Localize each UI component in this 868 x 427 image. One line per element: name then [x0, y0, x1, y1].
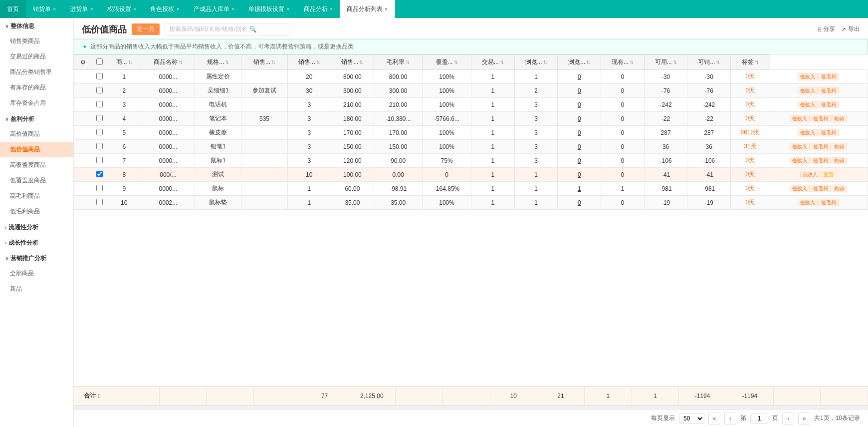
row-checkbox[interactable] — [96, 129, 103, 135]
sidebar-item-high-value[interactable]: 高价值商品 — [0, 126, 73, 142]
sidebar-item-stock-goods[interactable]: 有库存的商品 — [0, 80, 73, 95]
select-all-checkbox[interactable] — [96, 58, 103, 65]
cell-checkbox[interactable] — [92, 154, 107, 168]
sort-icon[interactable]: ⇅ — [225, 59, 229, 65]
sidebar-item-traded-goods[interactable]: 交易过的商品 — [0, 49, 73, 64]
sidebar-group-profit[interactable]: ∨ 盈利分析 — [0, 111, 73, 126]
sort-icon[interactable]: ⇅ — [179, 59, 183, 65]
nav-close-icon[interactable]: × — [286, 6, 289, 12]
browse-link[interactable]: 0 — [578, 101, 581, 108]
sort-icon[interactable]: ⇅ — [630, 59, 634, 65]
sort-icon[interactable]: ⇅ — [500, 59, 504, 65]
nav-finished-goods[interactable]: 产成品入库单 × — [187, 0, 241, 18]
sort-icon[interactable]: ⇅ — [406, 59, 410, 65]
sort-icon[interactable]: ⇅ — [755, 59, 759, 65]
row-checkbox[interactable] — [96, 73, 103, 79]
nav-product-analysis[interactable]: 商品分析 × — [297, 0, 340, 18]
nav-product-analysis-list[interactable]: 商品分析列表 × — [340, 0, 395, 18]
sidebar-item-low-coverage[interactable]: 低覆盖度商品 — [0, 173, 73, 188]
cell-checkbox[interactable] — [92, 196, 107, 210]
sort-icon[interactable]: ⇅ — [716, 59, 720, 65]
page-number-input[interactable] — [750, 414, 768, 424]
browse-link[interactable]: 0 — [578, 129, 581, 136]
export-button[interactable]: ↗ 导出 — [841, 25, 860, 33]
browse-link[interactable]: 0 — [578, 143, 581, 150]
browse-link[interactable]: 0 — [578, 199, 581, 206]
nav-close-icon[interactable]: × — [176, 6, 179, 12]
per-page-select[interactable]: 50 100 200 — [679, 413, 704, 424]
table-container[interactable]: ⚙ 商...⇅ 商品名称⇅ 规格...⇅ 销售...⇅ 销售...⇅ 销售...… — [74, 54, 868, 386]
cell-sales-qty: 3 — [287, 112, 331, 126]
nav-sales-order[interactable]: 销货单 × — [26, 0, 63, 18]
col-trade: 交易...⇅ — [471, 55, 515, 70]
table-row: 9 0000... 鼠标 1 60.00 -98.91 -164.85% 1 1… — [74, 182, 868, 196]
sidebar-item-low-value[interactable]: 低价值商品 — [0, 142, 73, 157]
cell-checkbox[interactable] — [92, 168, 107, 182]
row-checkbox[interactable] — [96, 157, 103, 163]
sidebar-item-low-margin[interactable]: 低毛利商品 — [0, 204, 73, 219]
sidebar-group-circulation[interactable]: › 流通性分析 — [0, 219, 73, 235]
sidebar-item-all-goods[interactable]: 全部商品 — [0, 266, 73, 281]
sort-icon[interactable]: ⇅ — [454, 59, 458, 65]
last-page-button[interactable]: » — [798, 413, 810, 425]
header-actions: ⎘ 分享 ↗ 导出 — [818, 25, 860, 33]
sort-icon[interactable]: ⇅ — [128, 59, 132, 65]
cell-name: 铅笔1 — [195, 140, 241, 154]
row-checkbox[interactable] — [96, 199, 103, 205]
sort-icon[interactable]: ⇅ — [586, 59, 590, 65]
nav-close-icon[interactable]: × — [90, 6, 93, 12]
nav-close-icon[interactable]: × — [330, 6, 333, 12]
search-icon[interactable]: 🔍 — [249, 26, 257, 33]
nav-close-icon[interactable]: × — [133, 6, 136, 12]
row-checkbox[interactable] — [96, 87, 103, 93]
nav-role-auth[interactable]: 角色授权 × — [143, 0, 186, 18]
nav-close-icon[interactable]: × — [231, 6, 234, 12]
col-settings[interactable]: ⚙ — [74, 55, 92, 70]
scrollbar-area[interactable] — [74, 405, 868, 409]
nav-purchase-order[interactable]: 进货单 × — [63, 0, 100, 18]
filter-recent-month-btn[interactable]: 近一月 — [132, 23, 160, 35]
sort-icon[interactable]: ⇅ — [359, 59, 363, 65]
sort-icon[interactable]: ⇅ — [543, 59, 547, 65]
cell-checkbox[interactable] — [92, 70, 107, 84]
sidebar-item-sales-goods[interactable]: 销售类商品 — [0, 33, 73, 49]
sort-icon[interactable]: ⇅ — [316, 59, 320, 65]
cell-checkbox[interactable] — [92, 98, 107, 112]
sidebar-item-high-margin[interactable]: 高毛利商品 — [0, 188, 73, 204]
sidebar-item-high-coverage[interactable]: 高覆盖度商品 — [0, 157, 73, 173]
browse-link[interactable]: 0 — [578, 115, 581, 122]
sort-icon[interactable]: ⇅ — [271, 59, 275, 65]
sidebar-item-category-sales-rate[interactable]: 商品分类销售率 — [0, 64, 73, 80]
prev-page-button[interactable]: ‹ — [724, 413, 736, 425]
col-checkbox[interactable] — [92, 55, 107, 70]
nav-home[interactable]: 首页 — [0, 0, 26, 18]
sidebar-item-new-goods[interactable]: 新品 — [0, 281, 73, 297]
row-checkbox[interactable] — [96, 115, 103, 121]
sidebar-group-marketing[interactable]: ∨ 营销推广分析 — [0, 250, 73, 266]
nav-close-icon[interactable]: × — [385, 6, 388, 12]
sidebar-group-overall[interactable]: ∨ 整体信息 — [0, 18, 73, 33]
browse-link[interactable]: 0 — [578, 87, 581, 94]
next-page-button[interactable]: › — [782, 413, 794, 425]
row-checkbox[interactable] — [96, 101, 103, 107]
nav-close-icon[interactable]: × — [53, 6, 56, 12]
nav-permissions[interactable]: 权限设置 × — [100, 0, 143, 18]
cell-checkbox[interactable] — [92, 126, 107, 140]
row-checkbox[interactable] — [96, 143, 103, 149]
cell-checkbox[interactable] — [92, 84, 107, 98]
sidebar-item-stock-capital[interactable]: 库存资金占用 — [0, 95, 73, 111]
row-checkbox[interactable] — [96, 185, 103, 191]
row-checkbox[interactable] — [96, 171, 103, 177]
cell-checkbox[interactable] — [92, 140, 107, 154]
first-page-button[interactable]: « — [708, 413, 720, 425]
sidebar-group-growth[interactable]: › 成长性分析 — [0, 235, 73, 250]
share-button[interactable]: ⎘ 分享 — [818, 25, 835, 33]
browse-link[interactable]: 1 — [578, 185, 581, 192]
sort-icon[interactable]: ⇅ — [673, 59, 677, 65]
browse-link[interactable]: 0 — [578, 157, 581, 164]
browse-link[interactable]: 0 — [578, 171, 581, 178]
cell-checkbox[interactable] — [92, 182, 107, 196]
browse-link[interactable]: 0 — [578, 73, 581, 80]
cell-checkbox[interactable] — [92, 112, 107, 126]
nav-template-settings[interactable]: 单据模板设置 × — [241, 0, 296, 18]
